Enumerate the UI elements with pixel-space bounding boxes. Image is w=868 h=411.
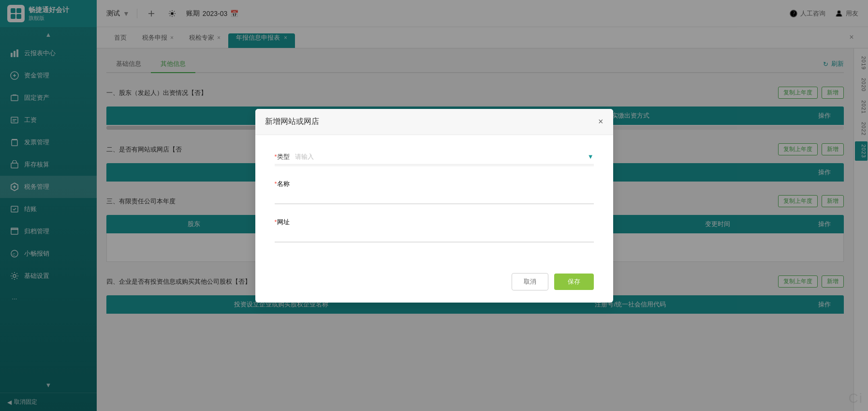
url-label: 网址 bbox=[277, 218, 290, 226]
type-label: *类型 请输入 bbox=[275, 152, 314, 161]
form-row-type: *类型 请输入 ▼ bbox=[275, 150, 594, 166]
type-field-line bbox=[275, 166, 594, 166]
url-label-row: *网址 bbox=[275, 218, 594, 227]
dialog-overlay: 新增网站或网店 × *类型 请输入 ▼ *名称 bbox=[0, 0, 868, 411]
url-field-line bbox=[275, 242, 594, 243]
form-row-name: *名称 bbox=[275, 180, 594, 204]
dialog-body: *类型 请输入 ▼ *名称 *网址 bbox=[255, 135, 613, 266]
save-button[interactable]: 保存 bbox=[554, 274, 594, 290]
form-row-url: *网址 bbox=[275, 218, 594, 243]
add-website-dialog: 新增网站或网店 × *类型 请输入 ▼ *名称 bbox=[255, 109, 613, 303]
name-field-line bbox=[275, 204, 594, 204]
name-label-row: *名称 bbox=[275, 180, 594, 188]
dialog-footer: 取消 保存 bbox=[255, 266, 613, 303]
url-input[interactable] bbox=[275, 228, 594, 242]
type-select[interactable]: *类型 请输入 ▼ bbox=[275, 150, 594, 165]
name-label: 名称 bbox=[277, 180, 290, 187]
name-input[interactable] bbox=[275, 190, 594, 204]
dialog-close-button[interactable]: × bbox=[598, 117, 603, 126]
type-placeholder: 请输入 bbox=[295, 153, 314, 160]
cancel-button[interactable]: 取消 bbox=[512, 273, 548, 290]
dialog-header: 新增网站或网店 × bbox=[255, 109, 613, 135]
dropdown-icon: ▼ bbox=[588, 153, 594, 160]
dialog-title: 新增网站或网店 bbox=[265, 117, 319, 127]
